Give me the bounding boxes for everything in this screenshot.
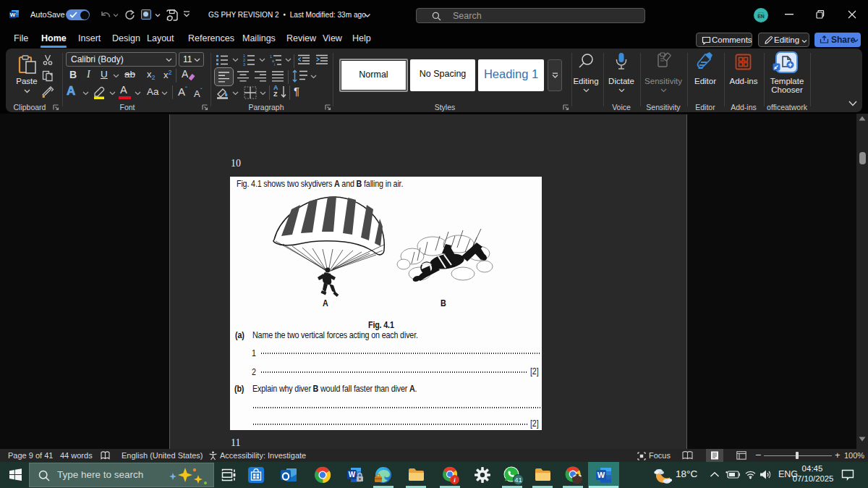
svg-text:W: W [597, 471, 605, 479]
svg-text:W: W [10, 12, 16, 18]
svg-text:W: W [349, 471, 356, 479]
svg-text:i: i [274, 62, 275, 66]
svg-text:41: 41 [514, 476, 522, 484]
svg-text:3: 3 [243, 62, 245, 66]
